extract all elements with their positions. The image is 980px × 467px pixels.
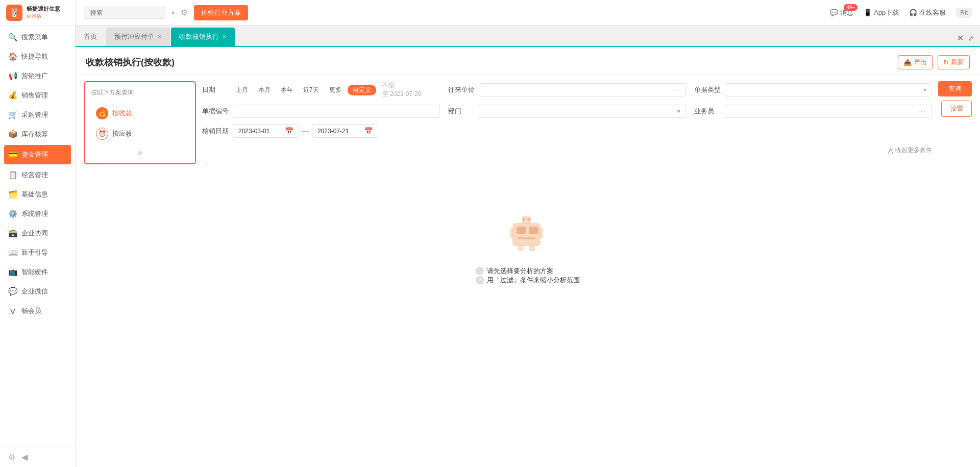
svg-rect-9: [518, 245, 524, 251]
svg-rect-10: [529, 245, 535, 251]
empty-hint-1: 1 请先选择要分析的方案: [476, 266, 580, 276]
empty-state: 1 请先选择要分析的方案 2 用「过滤」条件来缩小分析范围: [76, 164, 980, 326]
tab-receipt-close-icon[interactable]: ✕: [222, 34, 227, 40]
date-btn-this-month[interactable]: 本月: [254, 85, 275, 95]
enterprise-icon: 🗃️: [8, 229, 17, 238]
writeoff-start-calendar-icon[interactable]: 📅: [285, 127, 293, 135]
counterparty-more-dots[interactable]: ···: [672, 86, 680, 93]
export-icon: 📤: [903, 59, 912, 66]
staff-label: 业务员: [694, 107, 720, 116]
topbar-chevron-icon[interactable]: ▾: [172, 9, 175, 16]
sidebar-item-enterprise[interactable]: 🗃️企业协同: [0, 224, 75, 243]
filter-panel-collapse-icon[interactable]: »: [91, 148, 189, 157]
sidebar-item-member[interactable]: V畅会员: [0, 301, 75, 321]
svg-point-5: [523, 218, 525, 220]
tab-home[interactable]: 首页: [76, 28, 105, 46]
basic-info-icon: 🗂️: [8, 190, 17, 199]
staff-select[interactable]: ···: [724, 105, 932, 118]
logo-text: 畅捷通好生意 标准版: [27, 5, 60, 20]
app-download-button[interactable]: 📱 App下载: [864, 8, 899, 17]
topbar-search-input[interactable]: [84, 7, 165, 19]
expand-tabs-icon[interactable]: ⤢: [968, 34, 974, 42]
sidebar-item-wechat[interactable]: 💬企业微信: [0, 282, 75, 301]
logo-icon: 🐰: [6, 5, 22, 21]
sidebar-item-purchase-mgmt[interactable]: 🛒采购管理: [0, 105, 75, 125]
date-btn-custom[interactable]: 自定义: [348, 85, 376, 95]
dept-select[interactable]: ▾: [478, 105, 686, 118]
dept-filter-group: 部门 ▾: [448, 105, 686, 118]
collapse-more-button[interactable]: ⋀ 收起更多条件: [202, 144, 932, 157]
purchase-mgmt-icon: 🛒: [8, 110, 17, 119]
sidebar-item-marketing[interactable]: 📢营销推广: [0, 66, 75, 86]
docno-input[interactable]: [233, 105, 440, 118]
doctype-label: 单据类型: [694, 85, 721, 94]
tab-prepay-close-icon[interactable]: ✕: [157, 34, 162, 40]
svg-rect-2: [529, 227, 538, 234]
query-button[interactable]: 查询: [938, 81, 972, 96]
svg-rect-7: [510, 228, 514, 238]
smart-hw-icon: 📺: [8, 267, 17, 277]
svg-rect-3: [518, 237, 535, 239]
docno-filter-group: 单据编号: [202, 105, 440, 118]
counterparty-label: 往来单位: [448, 85, 475, 94]
sidebar-item-quick-nav[interactable]: 🏠快捷导航: [0, 47, 75, 66]
marketing-icon: 📢: [8, 71, 17, 81]
industry-solution-button[interactable]: 体验行业方案: [194, 5, 248, 20]
date-btn-last-month[interactable]: 上月: [232, 85, 252, 95]
date-btn-this-year[interactable]: 本年: [277, 85, 297, 95]
tabbar: 首页 预付冲应付单 ✕ 收款核销执行 ✕ ✕ ⤢: [76, 26, 980, 47]
refresh-button[interactable]: ↻ 刷新: [938, 55, 970, 69]
filter-area: 按以下方案查询 💰 按收款 ⏰ 按应收 » 日期: [76, 75, 980, 164]
collapse-chevron-icon: ⋀: [888, 147, 893, 154]
sidebar-item-guide[interactable]: 📖新手引导: [0, 243, 75, 262]
quick-nav-icon: 🏠: [8, 52, 17, 61]
writeoff-start-date-value: 2023-03-01: [238, 128, 270, 135]
refresh-icon: ↻: [943, 59, 949, 66]
page-title: 收款核销执行(按收款): [86, 56, 175, 68]
svg-point-6: [528, 218, 530, 220]
staff-more-dots[interactable]: ···: [918, 108, 926, 115]
hint-num-1: 1: [476, 267, 484, 275]
settings-button[interactable]: 设置: [941, 101, 972, 117]
tab-prepay-offset[interactable]: 预付冲应付单 ✕: [106, 28, 170, 46]
date-filter-group: 日期 上月 本月 本年 近7天 更多 自定义 不限 至: [202, 81, 440, 99]
finance-icon: 💳: [8, 150, 17, 159]
filter-option-by-receivable[interactable]: ⏰ 按应收: [91, 124, 189, 144]
sidebar-item-search-menu[interactable]: 🔍搜索菜单: [0, 28, 75, 47]
sidebar-item-biz-mgmt[interactable]: 📋经营管理: [0, 165, 75, 185]
export-button[interactable]: 📤 导出: [898, 55, 933, 69]
tab-receipt-offset[interactable]: 收款核销执行 ✕: [171, 28, 235, 46]
user-avatar[interactable]: Rit: [956, 8, 972, 18]
sidebar-item-finance[interactable]: 💳资金管理: [4, 145, 71, 164]
sidebar-item-sys-mgmt[interactable]: ⚙️系统管理: [0, 204, 75, 224]
writeoff-end-date-input[interactable]: 2023-07-21 📅: [312, 124, 378, 138]
sidebar-item-basic-info[interactable]: 🗂️基础信息: [0, 185, 75, 204]
hint-num-2: 2: [476, 276, 484, 284]
doctype-select[interactable]: ▾: [725, 83, 932, 96]
date-btn-7days[interactable]: 近7天: [299, 85, 323, 95]
sys-mgmt-icon: ⚙️: [8, 209, 17, 218]
filter-option-by-receipt[interactable]: 💰 按收款: [91, 103, 189, 124]
settings-bottom-icon[interactable]: ⚙: [8, 452, 15, 462]
date-label: 日期: [202, 85, 228, 94]
message-icon: 💬: [830, 9, 838, 16]
sidebar-item-inventory[interactable]: 📦库存核算: [0, 125, 75, 144]
message-button[interactable]: 💬 消息 99+: [830, 8, 853, 17]
right-action-buttons: 查询 设置: [938, 81, 972, 164]
topbar-gear-icon[interactable]: ⚙: [181, 8, 188, 17]
writeoff-end-calendar-icon[interactable]: 📅: [364, 127, 373, 135]
writeoff-start-date-input[interactable]: 2023-03-01 📅: [233, 124, 299, 138]
svg-rect-0: [512, 223, 541, 246]
topbar: ▾ ⚙ 体验行业方案 💬 消息 99+ 📱 App下载 🎧 在线客服 Rit: [76, 0, 980, 26]
collapse-sidebar-icon[interactable]: ◀: [21, 452, 28, 462]
close-all-tabs-icon[interactable]: ✕: [957, 33, 964, 43]
date-btn-more[interactable]: 更多: [325, 85, 346, 95]
empty-illustration: [502, 205, 553, 256]
online-service-button[interactable]: 🎧 在线客服: [909, 8, 946, 17]
sidebar-item-smart-hw[interactable]: 📺智能硬件: [0, 262, 75, 282]
date-range-info: 不限 至 2023-07-26: [382, 81, 422, 99]
sales-mgmt-icon: 💰: [8, 91, 17, 100]
sidebar-item-sales-mgmt[interactable]: 💰销售管理: [0, 86, 75, 105]
page-header: 收款核销执行(按收款) 📤 导出 ↻ 刷新: [76, 47, 980, 75]
counterparty-select[interactable]: ···: [479, 83, 686, 96]
